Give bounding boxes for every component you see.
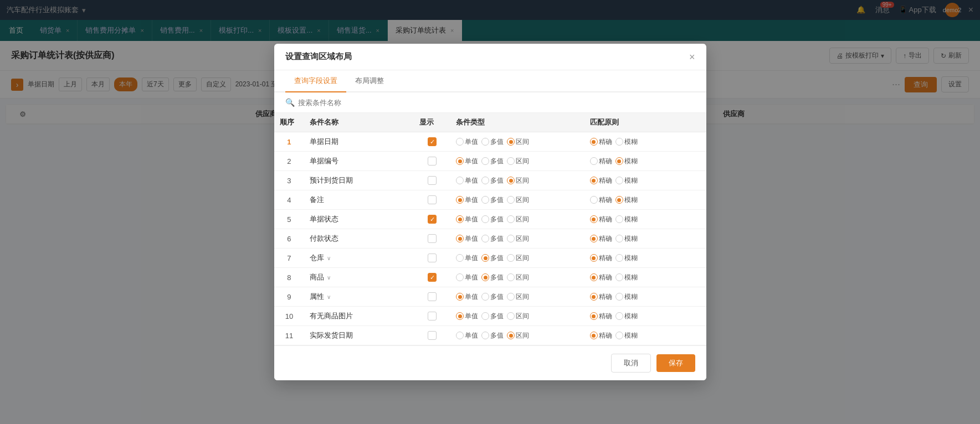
cell-match: 精确模糊	[584, 307, 706, 326]
type-option[interactable]: 区间	[507, 195, 529, 205]
show-checkbox[interactable]	[428, 234, 437, 243]
show-checkbox[interactable]	[428, 254, 437, 262]
match-option[interactable]: 精确	[590, 195, 612, 205]
radio-circle-icon	[456, 254, 464, 262]
match-option[interactable]: 精确	[590, 292, 612, 302]
show-checkbox[interactable]	[428, 331, 437, 340]
radio-circle-icon	[507, 312, 515, 320]
cancel-btn[interactable]: 取消	[611, 354, 651, 373]
match-option[interactable]: 精确	[590, 331, 612, 340]
table-row: 5单据状态单值多值区间精确模糊	[274, 210, 706, 229]
cell-type: 单值多值区间	[450, 132, 584, 152]
type-option[interactable]: 单值	[456, 254, 478, 263]
cell-show	[414, 210, 450, 229]
type-option[interactable]: 单值	[456, 331, 478, 340]
type-option[interactable]: 单值	[456, 312, 478, 321]
match-option[interactable]: 模糊	[615, 234, 638, 244]
type-option[interactable]: 区间	[507, 292, 529, 302]
type-option[interactable]: 多值	[481, 215, 504, 224]
modal-header: 设置查询区域布局 ×	[274, 44, 706, 70]
match-option[interactable]: 精确	[590, 137, 612, 147]
type-option[interactable]: 区间	[507, 273, 529, 282]
match-option[interactable]: 模糊	[615, 273, 638, 282]
show-checkbox[interactable]	[428, 157, 437, 166]
type-option[interactable]: 单值	[456, 292, 478, 302]
cell-show	[414, 132, 450, 152]
match-option[interactable]: 精确	[590, 273, 612, 282]
match-option[interactable]: 模糊	[615, 137, 638, 147]
type-option[interactable]: 多值	[481, 312, 504, 321]
match-option[interactable]: 模糊	[615, 312, 638, 321]
modal-tab-fields[interactable]: 查询字段设置	[285, 70, 346, 92]
cell-match: 精确模糊	[584, 210, 706, 229]
dropdown-arrow-icon[interactable]: ∨	[325, 255, 331, 261]
type-option[interactable]: 区间	[507, 176, 529, 185]
modal-close-btn[interactable]: ×	[689, 52, 695, 62]
type-option[interactable]: 区间	[507, 234, 529, 244]
match-option[interactable]: 精确	[590, 254, 612, 263]
type-option[interactable]: 区间	[507, 331, 529, 340]
type-option[interactable]: 多值	[481, 137, 504, 147]
match-option[interactable]: 模糊	[615, 195, 638, 205]
show-checkbox[interactable]	[428, 215, 437, 224]
match-option[interactable]: 精确	[590, 234, 612, 244]
type-option[interactable]: 多值	[481, 234, 504, 244]
match-option[interactable]: 精确	[590, 157, 612, 166]
radio-circle-icon	[615, 235, 623, 242]
match-option[interactable]: 模糊	[615, 292, 638, 302]
type-option[interactable]: 多值	[481, 176, 504, 185]
type-option[interactable]: 多值	[481, 292, 504, 302]
radio-circle-icon	[456, 273, 464, 281]
cell-name: 仓库 ∨	[304, 249, 414, 268]
table-row: 3预计到货日期单值多值区间精确模糊	[274, 171, 706, 190]
dropdown-arrow-icon[interactable]: ∨	[325, 275, 331, 281]
radio-circle-icon	[456, 157, 464, 165]
type-option[interactable]: 单值	[456, 195, 478, 205]
radio-circle-icon	[456, 235, 464, 242]
radio-circle-icon	[590, 332, 598, 339]
match-option[interactable]: 模糊	[615, 331, 638, 340]
modal-table: 顺序 条件名称 显示 条件类型 匹配原则 1单据日期单值多值区间精确模糊2单据编…	[274, 113, 706, 345]
type-option[interactable]: 区间	[507, 254, 529, 263]
match-option[interactable]: 精确	[590, 176, 612, 185]
type-option[interactable]: 单值	[456, 234, 478, 244]
modal-overlay[interactable]: 设置查询区域布局 × 查询字段设置 布局调整 🔍 顺序 条件名称 显示 条件类型	[0, 0, 980, 424]
show-checkbox[interactable]	[428, 195, 437, 204]
type-option[interactable]: 区间	[507, 215, 529, 224]
type-option[interactable]: 区间	[507, 137, 529, 147]
modal-search-input[interactable]	[298, 99, 409, 107]
dropdown-arrow-icon[interactable]: ∨	[325, 294, 331, 300]
type-option[interactable]: 多值	[481, 157, 504, 166]
cell-seq: 4	[274, 190, 305, 210]
type-option[interactable]: 多值	[481, 331, 504, 340]
type-option[interactable]: 多值	[481, 195, 504, 205]
type-option[interactable]: 多值	[481, 273, 504, 282]
show-checkbox[interactable]	[428, 137, 437, 146]
type-option[interactable]: 单值	[456, 157, 478, 166]
show-checkbox[interactable]	[428, 292, 437, 301]
cell-type: 单值多值区间	[450, 229, 584, 249]
modal-tab-layout[interactable]: 布局调整	[346, 70, 393, 92]
save-btn[interactable]: 保存	[656, 354, 695, 372]
type-option[interactable]: 多值	[481, 254, 504, 263]
match-option[interactable]: 模糊	[615, 254, 638, 263]
show-checkbox[interactable]	[428, 176, 437, 185]
modal-footer: 取消 保存	[274, 345, 706, 380]
radio-circle-icon	[481, 196, 489, 204]
match-option[interactable]: 模糊	[615, 215, 638, 224]
show-checkbox[interactable]	[428, 273, 437, 282]
type-option[interactable]: 区间	[507, 157, 529, 166]
type-option[interactable]: 单值	[456, 176, 478, 185]
match-option[interactable]: 模糊	[615, 176, 638, 185]
match-option[interactable]: 精确	[590, 215, 612, 224]
show-checkbox[interactable]	[428, 312, 437, 320]
th-seq: 顺序	[274, 113, 305, 132]
match-option[interactable]: 精确	[590, 312, 612, 321]
type-option[interactable]: 区间	[507, 312, 529, 321]
type-option[interactable]: 单值	[456, 137, 478, 147]
type-option[interactable]: 单值	[456, 215, 478, 224]
radio-circle-icon	[590, 235, 598, 242]
match-option[interactable]: 模糊	[615, 157, 638, 166]
type-option[interactable]: 单值	[456, 273, 478, 282]
radio-circle-icon	[456, 196, 464, 204]
